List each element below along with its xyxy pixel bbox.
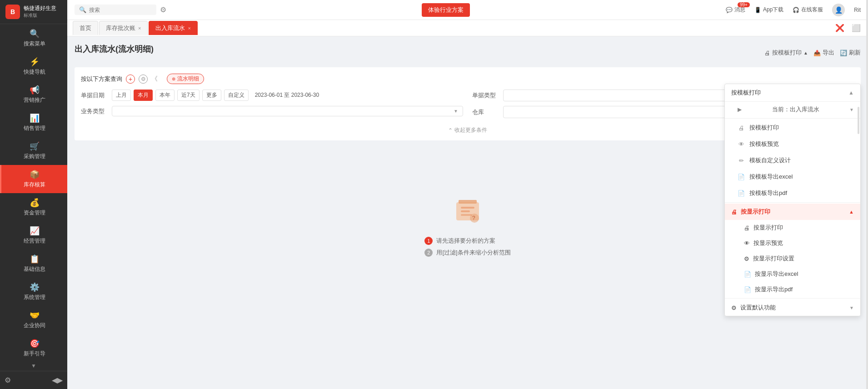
- dp-divider-1: [725, 118, 860, 119]
- template-pdf-icon: 📄: [738, 190, 745, 197]
- header-settings-icon[interactable]: ⚙: [160, 5, 166, 14]
- dropdown-item-display-print[interactable]: 🖨 按显示打印: [725, 220, 860, 235]
- tab-flow-close[interactable]: ×: [188, 25, 190, 31]
- system-icon: ⚙️: [30, 282, 40, 292]
- tab-flow[interactable]: 出入库流水 ×: [149, 21, 197, 35]
- date-filter: 上月 本月 本年 近7天 更多 自定义 2023-06-01 至 2023-06…: [112, 90, 463, 101]
- display-section-text: 按显示打印: [741, 208, 770, 216]
- sidebar-item-operations[interactable]: 📈 经营管理: [0, 221, 67, 249]
- dropdown-collapse-icon[interactable]: ▲: [848, 90, 854, 96]
- header-right: 💬 消息 99+ 📱 App下载 🎧 在线客服 👤 Rit: [726, 4, 861, 16]
- tab-batch-close[interactable]: ×: [138, 25, 141, 31]
- collab-icon: 🤝: [30, 310, 40, 320]
- collapse-sidebar-icon[interactable]: ◀▶: [52, 376, 63, 384]
- current-label: 当前：出入库流水: [772, 105, 819, 114]
- filter-label: 按以下方案查询: [81, 75, 122, 83]
- display-preview-label: 按显示预览: [753, 239, 783, 247]
- selected-filter-tag: ⊕ 流水明细: [167, 74, 204, 84]
- sidebar-item-marketing[interactable]: 📢 营销推广: [0, 80, 67, 109]
- display-settings-label: 按显示打印设置: [753, 254, 794, 263]
- sidebar-item-label: 系统管理: [24, 294, 45, 301]
- filter-add-button[interactable]: +: [126, 75, 135, 84]
- business-arrow-icon: ▼: [454, 109, 458, 114]
- print-template-button[interactable]: 🖨 按模板打印 ▲: [764, 49, 808, 57]
- tab-batch[interactable]: 库存批次账 ×: [99, 21, 148, 35]
- template-print-icon: 🖨: [738, 124, 745, 131]
- message-icon: 💬: [726, 7, 733, 13]
- dropdown-item-display-preview[interactable]: 👁 按显示预览: [725, 235, 860, 251]
- dropdown-item-display-settings[interactable]: ⚙ 按显示打印设置: [725, 251, 860, 266]
- message-button[interactable]: 💬 消息 99+: [726, 6, 745, 14]
- settings-bottom-icon[interactable]: ⚙: [5, 376, 11, 384]
- tag-icon: ⊕: [172, 76, 175, 81]
- display-excel-icon: 📄: [744, 271, 751, 278]
- dropdown-scrollbar[interactable]: [858, 102, 859, 315]
- date-prev-month-button[interactable]: 上月: [112, 90, 131, 101]
- dropdown-item-template-custom[interactable]: ✏ 模板自定义设计: [725, 152, 860, 169]
- date-this-month-button[interactable]: 本月: [134, 90, 153, 101]
- dropdown-item-display-pdf[interactable]: 📄 按显示导出pdf: [725, 282, 860, 297]
- app-download-button[interactable]: 📱 App下载: [754, 6, 783, 14]
- user-avatar[interactable]: 👤: [832, 4, 845, 16]
- template-custom-label: 模板自定义设计: [749, 156, 791, 165]
- tab-home[interactable]: 首页: [73, 21, 98, 35]
- selected-filter-label: 流水明细: [177, 75, 199, 83]
- display-print-label: 按显示打印: [753, 224, 783, 232]
- sidebar-item-shortcut[interactable]: ⚡ 快捷导航: [0, 52, 67, 80]
- warehouse-label: 仓库: [472, 108, 499, 116]
- tab-maximize-button[interactable]: ⬜: [850, 23, 863, 33]
- export-button[interactable]: 📤 导出: [813, 49, 834, 57]
- display-excel-label: 按显示导出excel: [755, 270, 798, 278]
- dp-divider-3: [725, 298, 860, 299]
- sidebar-item-finance[interactable]: 💰 资金管理: [0, 193, 67, 221]
- sidebar-item-purchase[interactable]: 🛒 采购管理: [0, 137, 67, 165]
- online-service-button[interactable]: 🎧 在线客服: [793, 6, 823, 14]
- date-recent7-button[interactable]: 近7天: [177, 90, 200, 101]
- step2-text: 用[过滤]条件来缩小分析范围: [436, 249, 510, 257]
- sales-icon: 📊: [30, 113, 40, 123]
- tab-restore-button[interactable]: ❌: [833, 23, 846, 33]
- sidebar-item-system[interactable]: ⚙️ 系统管理: [0, 278, 67, 306]
- date-custom-button[interactable]: 自定义: [224, 90, 249, 101]
- sidebar-item-guide[interactable]: 🎯 新手引导: [0, 334, 67, 361]
- step1-num: 1: [424, 237, 433, 245]
- sidebar-item-search[interactable]: 🔍 搜索菜单: [0, 24, 67, 52]
- dropdown-item-template-excel[interactable]: 📄 按模板导出excel: [725, 169, 860, 185]
- shortcut-icon: ⚡: [30, 57, 40, 67]
- display-settings-icon: ⚙: [744, 255, 749, 262]
- filter-settings-button[interactable]: ⚙: [139, 75, 148, 84]
- sidebar-item-collab[interactable]: 🤝 企业协同: [0, 306, 67, 334]
- dropdown-item-display-excel[interactable]: 📄 按显示导出excel: [725, 266, 860, 282]
- dropdown-item-template-pdf[interactable]: 📄 按模板导出pdf: [725, 185, 860, 201]
- business-select[interactable]: ▼: [112, 106, 463, 116]
- sidebar-item-sales[interactable]: 📊 销售管理: [0, 109, 67, 137]
- set-default-arrow-icon: ▼: [849, 305, 854, 310]
- collapse-up-icon: ⌃: [448, 127, 453, 134]
- dropdown-item-template-preview[interactable]: 👁 按模板预览: [725, 136, 860, 152]
- dropdown-scrollbar-thumb: [858, 107, 859, 134]
- search-input[interactable]: [89, 7, 144, 13]
- date-label: 单据日期: [81, 91, 108, 100]
- refresh-button[interactable]: 🔄 刷新: [840, 49, 861, 57]
- filter-collapse-button[interactable]: 《: [151, 75, 158, 83]
- empty-steps-list: 1 请先选择要分析的方案 2 用[过滤]条件来缩小分析范围: [424, 237, 510, 260]
- date-this-year-button[interactable]: 本年: [155, 90, 175, 101]
- sidebar-item-basic[interactable]: 📋 基础信息: [0, 249, 67, 278]
- trial-button[interactable]: 体验行业方案: [422, 3, 470, 17]
- dropdown-item-set-default[interactable]: ⚙ 设置默认功能 ▼: [725, 299, 860, 316]
- dropdown-current[interactable]: ▶ 当前：出入库流水 ▼: [725, 102, 860, 117]
- display-section-header[interactable]: 🖨 按显示打印 ▲: [725, 204, 860, 220]
- display-pdf-icon: 📄: [744, 286, 751, 293]
- tab-flow-label: 出入库流水: [155, 24, 185, 32]
- tab-home-label: 首页: [80, 24, 91, 32]
- dropdown-item-template-print[interactable]: 🖨 按模板打印: [725, 120, 860, 136]
- sidebar-item-label: 搜索菜单: [24, 40, 45, 48]
- collapse-conditions-button[interactable]: ⌃ 收起更多条件: [448, 126, 487, 134]
- sidebar-item-inventory[interactable]: 📦 库存核算: [0, 165, 67, 193]
- display-preview-icon: 👁: [744, 240, 750, 247]
- resize-handle[interactable]: [866, 0, 868, 389]
- date-more-button[interactable]: 更多: [202, 90, 221, 101]
- header-search-box[interactable]: 🔍: [75, 5, 156, 15]
- sidebar-scroll-down[interactable]: ▼: [0, 361, 67, 371]
- sidebar-scroll[interactable]: 🔍 搜索菜单 ⚡ 快捷导航 📢 营销推广 📊 销售管理 🛒 采购管理 📦 库存核…: [0, 24, 67, 361]
